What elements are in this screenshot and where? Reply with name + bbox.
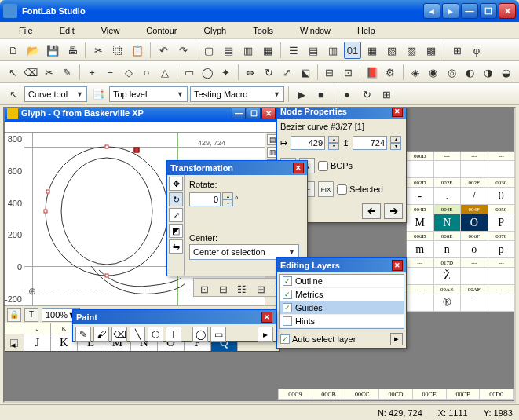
grid-button[interactable]: ⊞ [448, 42, 466, 59]
x-up[interactable]: ▴ [328, 136, 339, 143]
layers-options[interactable]: ▸ [390, 333, 403, 345]
eraser-tool[interactable]: ⌫ [23, 64, 38, 81]
copy-button[interactable]: ⿻ [109, 42, 126, 59]
trans-mirror[interactable]: ⇋ [169, 239, 183, 254]
tangent-point[interactable]: △ [157, 64, 173, 81]
node-x-input[interactable] [291, 136, 325, 150]
ct-4[interactable]: ⊞ [252, 280, 269, 298]
tool-c[interactable]: ▥ [239, 42, 257, 59]
menu-edit[interactable]: Edit [47, 24, 87, 37]
paint-close-button[interactable]: ✕ [261, 312, 272, 323]
knife-tool[interactable]: ✂ [42, 64, 57, 81]
layer-hints[interactable]: Hints [280, 315, 404, 328]
save-button[interactable]: 💾 [44, 42, 61, 59]
y-up[interactable]: ▴ [390, 136, 401, 143]
ellipse-tool[interactable]: ◯ [199, 64, 215, 81]
glyph-cell[interactable] [407, 161, 434, 177]
macro-opts[interactable]: ⊞ [378, 86, 395, 103]
layout-7[interactable]: ▨ [403, 42, 420, 59]
menu-contour[interactable]: Contour [133, 24, 189, 37]
ct-2[interactable]: ⊟ [214, 280, 232, 298]
menu-help[interactable]: Help [345, 24, 388, 37]
scale-tool[interactable]: ⤢ [279, 64, 294, 81]
misc-1[interactable]: ◈ [407, 64, 422, 81]
tool-combo[interactable]: Curve tool▼ [24, 86, 87, 102]
zoom-lock[interactable]: 🔒 [7, 308, 21, 322]
menu-file[interactable]: File [6, 24, 46, 37]
close-button[interactable]: ✕ [499, 3, 516, 19]
layout-6[interactable]: ▧ [383, 42, 400, 59]
info-button[interactable]: φ [468, 42, 485, 59]
glyph-close-button[interactable]: ✕ [261, 107, 276, 119]
bcps-checkbox[interactable]: BCPs [318, 161, 353, 171]
layout-8[interactable]: ▩ [422, 42, 440, 59]
y-down[interactable]: ▾ [390, 143, 401, 150]
selected-checkbox[interactable]: Selected [337, 184, 383, 195]
print-button[interactable]: 🖶 [64, 42, 81, 59]
layers-close-button[interactable]: ✕ [392, 260, 403, 271]
macro-combo[interactable]: Testing Macro▼ [190, 86, 284, 102]
undo-button[interactable]: ↶ [155, 42, 172, 59]
tab-J[interactable]: J [24, 334, 51, 351]
transform-tool[interactable]: ⇔ [243, 64, 258, 81]
remove-point[interactable]: − [102, 64, 118, 81]
menu-tools[interactable]: Tools [240, 24, 286, 37]
paint-pen[interactable]: ✎ [75, 327, 91, 342]
misc-5[interactable]: ◑ [480, 64, 495, 81]
rot-down[interactable]: ▾ [222, 199, 233, 206]
auto-select-checkbox[interactable]: ✓ [280, 334, 290, 344]
add-point[interactable]: + [84, 64, 100, 81]
selected-node[interactable] [134, 148, 140, 153]
trans-scale[interactable]: ⤢ [169, 208, 183, 222]
paint-select[interactable]: ▭ [210, 327, 226, 342]
layer-guides[interactable]: ✓Guides [280, 301, 404, 315]
menu-glyph[interactable]: Glyph [192, 24, 239, 37]
paint-panel[interactable]: Paint✕ ✎ 🖌 ⌫ ╲ ⬡ T ◯ ▭ ▸ [72, 309, 276, 342]
level-combo[interactable]: Top level▼ [109, 86, 188, 102]
menu-window[interactable]: Window [287, 24, 343, 37]
next-node-button[interactable]: 🡪 [384, 203, 403, 219]
layer-metrics[interactable]: ✓Metrics [280, 288, 404, 301]
redo-button[interactable]: ↷ [174, 42, 192, 59]
rotate-tool[interactable]: ↻ [261, 64, 276, 81]
layout-2[interactable]: ▤ [305, 42, 322, 59]
ct-1[interactable]: ⊡ [196, 280, 213, 298]
editing-layers-panel[interactable]: Editing Layers✕ ✓Outline ✓Metrics ✓Guide… [276, 257, 407, 349]
corner-point[interactable]: ◇ [120, 64, 136, 81]
aux-button-1[interactable]: ◂ [423, 3, 440, 19]
font-window[interactable]: 000D--------- 002D002E002F0030 -./0 004D… [406, 151, 516, 312]
paint-poly[interactable]: ⬡ [148, 327, 163, 342]
rot-up[interactable]: ▴ [222, 192, 233, 199]
macro-rec[interactable]: ● [338, 86, 356, 103]
play-button[interactable]: ▶ [293, 86, 310, 103]
metrics-tool[interactable]: ⊡ [340, 64, 356, 81]
misc-3[interactable]: ◎ [444, 64, 459, 81]
glyph-cell-N[interactable]: N [434, 214, 462, 231]
cut-button[interactable]: ✂ [90, 42, 107, 59]
book-tool[interactable]: 📕 [364, 64, 380, 81]
tab-scroll-left[interactable]: ◂ [10, 339, 18, 347]
paste-button[interactable]: 📋 [129, 42, 146, 59]
minimize-button[interactable]: — [461, 3, 478, 19]
level-icon[interactable]: 📑 [90, 86, 107, 103]
pointer-tool[interactable]: ↖ [5, 64, 20, 81]
gear-tool[interactable]: ⚙ [382, 64, 398, 81]
rect-tool[interactable]: ▭ [181, 64, 197, 81]
node-close-button[interactable]: ✕ [392, 107, 403, 117]
paint-text[interactable]: T [166, 327, 181, 342]
star-tool[interactable]: ✦ [218, 64, 234, 81]
layout-3[interactable]: ▥ [324, 42, 342, 59]
tool-a[interactable]: ▢ [200, 42, 217, 59]
paint-erase[interactable]: ⌫ [111, 327, 127, 342]
fix-button[interactable]: FIX [318, 181, 334, 197]
aux-button-2[interactable]: ▸ [442, 3, 459, 19]
paint-options[interactable]: ▸ [258, 327, 273, 342]
prev-node-button[interactable]: 🡨 [362, 203, 381, 219]
menu-view[interactable]: View [89, 24, 133, 37]
tool-b[interactable]: ▤ [220, 42, 237, 59]
glyph-cell-O[interactable]: O [461, 214, 488, 231]
tool-d[interactable]: ▦ [259, 42, 276, 59]
layout-4[interactable]: 01 [344, 42, 361, 59]
ct-3[interactable]: ☷ [233, 280, 250, 298]
layout-1[interactable]: ☰ [285, 42, 302, 59]
